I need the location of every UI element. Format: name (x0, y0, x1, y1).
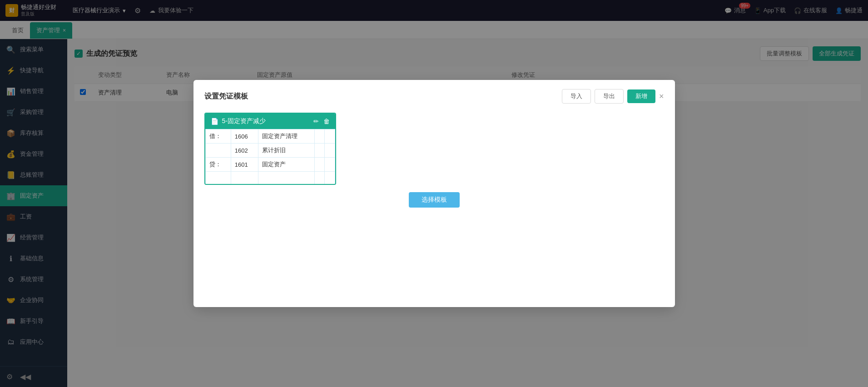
entry-side: 贷： (205, 158, 231, 172)
template-empty-row (205, 172, 335, 184)
select-template-btn[interactable]: 选择模板 (409, 192, 460, 208)
set-template-dialog: 设置凭证模板 导入 导出 新增 × 📄 5-固定资产减少 (193, 80, 675, 307)
dialog-overlay: 设置凭证模板 导入 导出 新增 × 📄 5-固定资产减少 (0, 0, 868, 387)
dialog-body: 📄 5-固定资产减少 ✏ 🗑 借： 1606 固定资产清理 (193, 104, 675, 221)
export-btn[interactable]: 导出 (595, 89, 624, 104)
template-entry-row: 1602 累计折旧 (205, 144, 335, 158)
new-btn[interactable]: 新增 (627, 89, 655, 103)
entry-code: 1601 (231, 158, 258, 172)
dialog-title: 设置凭证模板 (204, 92, 248, 101)
entry-code: 1602 (231, 144, 258, 158)
entry-name: 累计折旧 (258, 144, 314, 158)
template-card: 📄 5-固定资产减少 ✏ 🗑 借： 1606 固定资产清理 (204, 113, 336, 185)
template-label: 5-固定资产减少 (222, 117, 266, 125)
template-entries-table: 借： 1606 固定资产清理 1602 累计折旧 贷： (205, 129, 335, 184)
template-entry-row: 借： 1606 固定资产清理 (205, 129, 335, 144)
template-edit-icon[interactable]: ✏ (313, 118, 319, 125)
entry-side: 借： (205, 129, 231, 144)
template-delete-icon[interactable]: 🗑 (323, 118, 330, 125)
entry-name: 固定资产 (258, 158, 314, 172)
entry-name: 固定资产清理 (258, 129, 314, 144)
dialog-header: 设置凭证模板 导入 导出 新增 × (193, 80, 675, 104)
dialog-toolbar: 导入 导出 新增 (562, 89, 655, 104)
template-card-header: 📄 5-固定资产减少 ✏ 🗑 (205, 114, 335, 129)
dialog-close-btn[interactable]: × (659, 92, 664, 101)
entry-code: 1606 (231, 129, 258, 144)
template-doc-icon: 📄 (211, 118, 218, 125)
import-btn[interactable]: 导入 (562, 89, 591, 104)
template-entry-row: 贷： 1601 固定资产 (205, 158, 335, 172)
entry-side (205, 144, 231, 158)
